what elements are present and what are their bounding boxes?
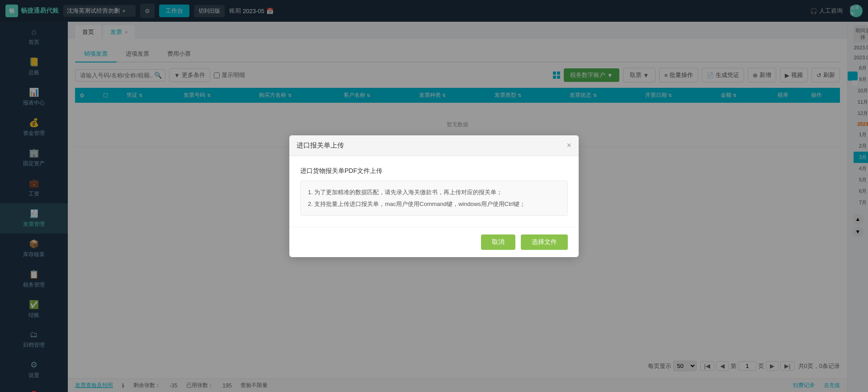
modal-upload-title: 进口货物报关单PDF文件上传 bbox=[300, 167, 568, 175]
modal-title: 进口报关单上传 bbox=[297, 141, 344, 150]
modal-header: 进口报关单上传 × bbox=[289, 135, 579, 156]
modal-overlay[interactable]: 进口报关单上传 × 进口货物报关单PDF文件上传 1. 为了更加精准的数据匹配，… bbox=[0, 0, 868, 392]
modal-tip-1: 1. 为了更加精准的数据匹配，请先录入海关缴款书，再上传对应的报关单； bbox=[308, 186, 560, 198]
modal-close-button[interactable]: × bbox=[566, 141, 571, 150]
modal-tips: 1. 为了更加精准的数据匹配，请先录入海关缴款书，再上传对应的报关单； 2. 支… bbox=[300, 181, 568, 216]
modal-select-file-button[interactable]: 选择文件 bbox=[521, 234, 568, 250]
modal-tip-2: 2. 支持批量上传进口报关单，mac用户使用Command键，windows用户… bbox=[308, 198, 560, 210]
modal-footer: 取消 选择文件 bbox=[289, 227, 579, 257]
import-modal: 进口报关单上传 × 进口货物报关单PDF文件上传 1. 为了更加精准的数据匹配，… bbox=[289, 135, 579, 257]
modal-body: 进口货物报关单PDF文件上传 1. 为了更加精准的数据匹配，请先录入海关缴款书，… bbox=[289, 156, 579, 227]
modal-cancel-button[interactable]: 取消 bbox=[481, 234, 515, 250]
